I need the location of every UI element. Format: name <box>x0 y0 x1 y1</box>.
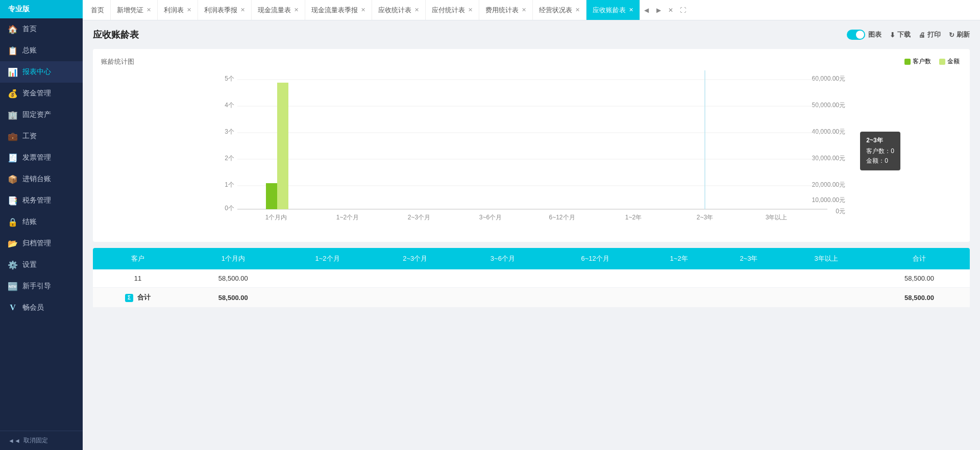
th-y12: 1~2年 <box>644 248 714 269</box>
chart-title: 账龄统计图 <box>101 57 962 66</box>
print-button[interactable]: 🖨 打印 <box>919 30 941 39</box>
tab-expense-stat[interactable]: 费用统计表 ✕ <box>479 0 533 20</box>
tab-close-expense-stat[interactable]: ✕ <box>522 7 526 13</box>
th-m612: 6~12个月 <box>547 248 644 269</box>
salary-icon: 💼 <box>8 132 17 141</box>
td-total-y12 <box>644 288 714 308</box>
tab-close-payable-stat[interactable]: ✕ <box>468 7 473 13</box>
td-m12 <box>284 269 372 288</box>
tab-prev-button[interactable]: ◀ <box>640 0 652 20</box>
tab-close-receivable-stat[interactable]: ✕ <box>414 7 419 13</box>
sidebar-item-member[interactable]: V 畅会员 <box>0 297 83 318</box>
svg-text:60,000.00元: 60,000.00元 <box>812 75 845 82</box>
tab-voucher[interactable]: 新增凭证 ✕ <box>111 0 158 20</box>
tab-receivable-stat[interactable]: 应收统计表 ✕ <box>372 0 426 20</box>
sidebar-item-tax[interactable]: 📑 税务管理 <box>0 190 83 211</box>
unpin-icon: ◄◄ <box>8 437 20 444</box>
tab-close-operation[interactable]: ✕ <box>575 7 580 13</box>
tab-operation[interactable]: 经营状况表 ✕ <box>533 0 586 20</box>
svg-text:6~12个月: 6~12个月 <box>549 214 575 221</box>
td-m612 <box>547 269 644 288</box>
th-m36: 3~6个月 <box>459 248 547 269</box>
tab-close-cashflow[interactable]: ✕ <box>294 7 299 13</box>
main-area: 首页 新增凭证 ✕ 利润表 ✕ 利润表季报 ✕ 现金流量表 ✕ 现金流量表季报 … <box>83 0 980 450</box>
home-icon: 🏠 <box>8 24 17 34</box>
sidebar-item-salary[interactable]: 💼 工资 <box>0 126 83 147</box>
td-total-m1: 58,500.00 <box>183 288 284 308</box>
sidebar-item-inventory[interactable]: 📦 进销台账 <box>0 168 83 190</box>
tab-close-cashflow-season[interactable]: ✕ <box>361 7 365 13</box>
svg-text:5个: 5个 <box>225 75 234 82</box>
svg-text:0个: 0个 <box>225 205 234 212</box>
td-customer: 11 <box>93 269 183 288</box>
tab-close-receivable-age[interactable]: ✕ <box>629 7 633 13</box>
sidebar-item-fund[interactable]: 💰 资金管理 <box>0 83 83 104</box>
sidebar-item-close[interactable]: 🔒 结账 <box>0 211 83 233</box>
unpin-button[interactable]: ◄◄ 取消固定 <box>0 431 83 450</box>
legend-dot-customer <box>904 59 911 65</box>
svg-text:10,000.00元: 10,000.00元 <box>812 196 845 204</box>
td-total-m36 <box>459 288 547 308</box>
th-y3plus: 3年以上 <box>783 248 869 269</box>
tab-receivable-age[interactable]: 应收账龄表 ✕ <box>586 0 640 20</box>
tab-close-all-button[interactable]: ✕ <box>665 0 677 20</box>
td-total-m23 <box>371 288 459 308</box>
tab-close-profit-season[interactable]: ✕ <box>240 7 245 13</box>
sidebar-item-settings[interactable]: ⚙️ 设置 <box>0 254 83 276</box>
tab-cashflow-season[interactable]: 现金流量表季报 ✕ <box>305 0 372 20</box>
page-title-bar: 应收账龄表 图表 ⬇ 下载 🖨 打印 ↻ 刷新 <box>93 29 970 41</box>
svg-text:30,000.00元: 30,000.00元 <box>812 155 845 162</box>
td-y3plus <box>783 269 869 288</box>
chart-legend: 客户数 金额 <box>904 57 960 66</box>
tab-expand-button[interactable]: ⛶ <box>677 0 689 20</box>
td-total-y3plus <box>783 288 869 308</box>
bar-1m-customer <box>266 183 277 209</box>
tab-close-voucher[interactable]: ✕ <box>146 7 151 13</box>
th-m12: 1~2个月 <box>284 248 372 269</box>
sidebar: 专业版 🏠 首页 📋 总账 📊 报表中心 💰 资金管理 🏢 固定资产 💼 工资 … <box>0 0 83 450</box>
sidebar-item-home[interactable]: 🏠 首页 <box>0 18 83 40</box>
total-icon: Σ <box>125 294 133 302</box>
tab-close-profit[interactable]: ✕ <box>187 7 191 13</box>
svg-text:1~2个月: 1~2个月 <box>336 214 359 221</box>
svg-text:2个: 2个 <box>225 155 234 162</box>
sidebar-item-asset[interactable]: 🏢 固定资产 <box>0 104 83 126</box>
sidebar-item-invoice[interactable]: 🧾 发票管理 <box>0 147 83 168</box>
th-customer: 客户 <box>93 248 183 269</box>
inventory-icon: 📦 <box>8 174 17 184</box>
download-button[interactable]: ⬇ 下载 <box>890 30 911 39</box>
page-actions: 图表 ⬇ 下载 🖨 打印 ↻ 刷新 <box>847 30 970 40</box>
tab-next-button[interactable]: ▶ <box>652 0 665 20</box>
td-total: 58,500.00 <box>869 269 970 288</box>
tab-profit[interactable]: 利润表 ✕ <box>158 0 198 20</box>
refresh-button[interactable]: ↻ 刷新 <box>949 30 970 39</box>
tab-cashflow[interactable]: 现金流量表 ✕ <box>252 0 305 20</box>
tab-payable-stat[interactable]: 应付统计表 ✕ <box>426 0 479 20</box>
sidebar-item-guide[interactable]: 🆕 新手引导 <box>0 276 83 297</box>
page-title-text: 应收账龄表 <box>93 29 139 41</box>
tax-icon: 📑 <box>8 196 17 205</box>
sidebar-item-ledger[interactable]: 📋 总账 <box>0 40 83 61</box>
sidebar-item-report[interactable]: 📊 报表中心 <box>0 61 83 83</box>
ledger-icon: 📋 <box>8 46 17 55</box>
svg-text:1~2年: 1~2年 <box>625 214 642 221</box>
th-m23: 2~3个月 <box>371 248 459 269</box>
legend-amount: 金额 <box>939 57 960 66</box>
td-y12 <box>644 269 714 288</box>
tab-profit-season[interactable]: 利润表季报 ✕ <box>198 0 252 20</box>
svg-text:3~6个月: 3~6个月 <box>479 214 502 221</box>
bar-1m-amount <box>277 83 288 209</box>
th-y23: 2~3年 <box>714 248 784 269</box>
sidebar-item-archive[interactable]: 📂 归档管理 <box>0 233 83 254</box>
close-accounts-icon: 🔒 <box>8 217 17 227</box>
td-total-m612 <box>547 288 644 308</box>
invoice-icon: 🧾 <box>8 153 17 162</box>
report-icon: 📊 <box>8 67 17 77</box>
chart-container: 5个 4个 3个 2个 1个 0个 60,000.00元 50,000.00元 … <box>101 70 962 234</box>
tab-home[interactable]: 首页 <box>85 0 111 20</box>
svg-text:50,000.00元: 50,000.00元 <box>812 102 845 109</box>
chart-area: 账龄统计图 客户数 金额 5个 4个 3个 2个 1个 <box>93 49 970 242</box>
th-total: 合计 <box>869 248 970 269</box>
svg-text:0元: 0元 <box>836 208 845 215</box>
chart-toggle[interactable] <box>847 30 865 40</box>
